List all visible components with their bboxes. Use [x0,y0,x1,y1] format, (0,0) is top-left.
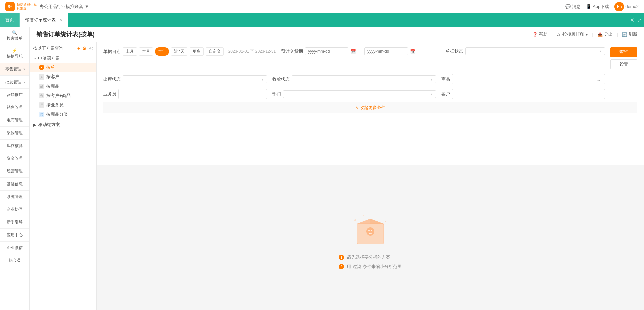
payment-status-select[interactable]: ▾ [292,75,436,83]
sidebar-item-ecommerce[interactable]: 电商管理 [0,114,29,127]
collapse-filter-button[interactable]: ∧ 收起更多条件 [103,102,637,113]
customer-select[interactable]: ... [452,89,605,99]
date-btn-last7[interactable]: 近7天 [171,47,187,56]
sidebar-item-newuser[interactable]: 新手引导 [0,216,29,229]
help-label: 帮助 [539,31,548,37]
scheme-item-by-order[interactable]: ● 按单 [30,63,96,72]
sidebar: 🔍 搜索菜单 ⚡ 快捷导航 零售管理 ▾ 批发管理 ▴ 营销推广 销售管理 电商… [0,27,30,310]
delivery-date-end[interactable] [364,47,408,55]
add-scheme-button[interactable]: + [77,46,80,51]
order-status-group: 单据状态 ▾ [446,47,605,55]
goods-group: 商品 ... [441,74,605,84]
breadcrumb-dropdown-icon[interactable]: ▼ [85,4,89,9]
refresh-button[interactable]: 🔄 刷新 [622,31,637,37]
print-icon: 🖨 [557,32,561,37]
mobile-group-label: 移动端方案 [38,122,60,128]
breadcrumb-text: 办公用品行业模拟账套 [40,4,83,10]
settings-scheme-button[interactable]: ⚙ [82,46,87,51]
top-bar-left: 好 畅捷通好生意 标准版 办公用品行业模拟账套 ▼ [5,2,89,11]
empty-tip-1: 1 请先选择要分析的方案 [339,254,401,260]
salesperson-more-btn[interactable]: ... [257,91,263,97]
sidebar-item-search[interactable]: 🔍 搜索菜单 [0,27,29,45]
user-profile[interactable]: Ea demo2 [614,2,639,11]
sidebar-item-inventory[interactable]: 库存核算 [0,140,29,152]
mobile-scheme-title[interactable]: ▶ 移动端方案 [30,120,96,129]
panel-title: 按以下方案查询 [33,45,63,51]
sidebar-item-cooperation[interactable]: 企业协同 [0,203,29,216]
date-btn-this-year[interactable]: 本年 [155,47,169,56]
app-download-button[interactable]: 📱 App下载 [586,4,609,10]
top-bar-right: 💬 消息 📱 App下载 Ea demo2 [565,2,639,11]
template-print-button[interactable]: 🖨 按模板打印 ▾ [557,31,588,37]
tab-home[interactable]: 首页 [0,13,20,27]
scheme-icon-customer: 人 [39,74,44,80]
sidebar-item-retail[interactable]: 零售管理 ▾ [0,63,29,76]
department-select[interactable]: ▾ [283,90,436,98]
salesperson-select[interactable]: ... [118,89,267,99]
scheme-icon-order: ● [39,65,44,70]
export-button[interactable]: 📤 导出 [597,31,613,37]
member-label: 畅会员 [9,258,21,263]
sidebar-item-quicknav[interactable]: ⚡ 快捷导航 [0,45,29,63]
sidebar-item-appcenter[interactable]: 应用中心 [0,229,29,242]
query-button[interactable]: 查询 [610,47,637,57]
inventory-label: 库存核算 [7,143,23,149]
help-button[interactable]: ❓ 帮助 [532,31,548,37]
delivery-status-arrow: ▾ [262,78,263,81]
tip1-num: 1 [339,255,344,260]
breadcrumb-area[interactable]: 办公用品行业模拟账套 ▼ [40,4,89,10]
delivery-date-start[interactable] [305,47,348,55]
scheme-item-by-customer[interactable]: 人 按客户 [30,72,96,82]
page-title: 销售订单统计表(按单) [36,30,95,38]
sidebar-item-member[interactable]: 畅会员 [0,254,29,267]
tab-sales-order-stats[interactable]: 销售订单统计表 ✕ [20,13,68,27]
order-status-select[interactable]: ▾ [465,47,605,55]
sidebar-item-wechat[interactable]: 企业微信 [0,242,29,254]
tab-close-icon[interactable]: ✕ [59,18,62,22]
content-body: 按以下方案查询 + ⚙ ≪ ▾ 电脑端方案 ● 按单 [30,42,644,310]
svg-marker-1 [357,219,370,224]
tip1-text: 请先选择要分析的方案 [347,254,390,260]
sidebar-item-system[interactable]: 系统管理 [0,191,29,203]
scheme-label-customer: 按客户 [46,74,59,80]
customer-more-btn[interactable]: ... [595,91,601,97]
calendar-icon-end[interactable]: 📅 [410,49,415,54]
sidebar-item-sales[interactable]: 销售管理 [0,101,29,114]
export-icon: 📤 [597,32,603,37]
date-btn-more[interactable]: 更多 [190,47,204,56]
sidebar-item-operations[interactable]: 经营管理 [0,165,29,178]
sidebar-item-basicinfo[interactable]: 基础信息 [0,178,29,191]
date-btn-last-month[interactable]: 上月 [123,47,137,56]
calendar-icon-start[interactable]: 📅 [351,49,356,54]
scheme-item-by-category[interactable]: 类 按商品分类 [30,110,96,119]
date-btn-this-month[interactable]: 本月 [139,47,153,56]
scheme-item-by-customer-goods[interactable]: 合 按客户+商品 [30,91,96,100]
scheme-item-by-goods[interactable]: 品 按商品 [30,82,96,91]
wholesale-label: 批发管理 [4,79,23,85]
svg-marker-2 [370,219,384,224]
scheme-label-cg: 按客户+商品 [46,93,71,99]
phone-icon: 📱 [586,4,591,9]
tab-close-all-button[interactable]: ✕ [630,17,634,23]
payment-status-arrow: ▾ [431,78,432,81]
filter-row-1: 单据日期 上月 本月 本年 近7天 更多 自定义 2023-01-01 至 20… [103,47,637,69]
date-separator: — [358,49,362,54]
settings-button[interactable]: 设置 [610,59,637,69]
template-print-label: 按模板打印 [562,31,584,37]
sidebar-item-finance[interactable]: 资金管理 [0,152,29,165]
tab-fullscreen-button[interactable]: ⤢ [637,17,641,23]
sidebar-item-marketing[interactable]: 营销推广 [0,89,29,101]
sidebar-item-purchase[interactable]: 采购管理 [0,127,29,140]
sidebar-item-wholesale[interactable]: 批发管理 ▴ [0,76,29,89]
customer-group: 客户 ... [441,89,605,99]
goods-select[interactable]: ... [452,74,605,84]
delivery-status-select[interactable]: ▾ [123,75,267,83]
message-button[interactable]: 💬 消息 [565,4,581,10]
date-btn-custom[interactable]: 自定义 [206,47,224,56]
page-header: 销售订单统计表(按单) ❓ 帮助 | 🖨 按模板打印 ▾ | 📤 导出 | [30,27,644,42]
collapse-panel-button[interactable]: ≪ [89,46,93,51]
goods-more-btn[interactable]: ... [595,76,601,82]
pc-scheme-title[interactable]: ▾ 电脑端方案 [30,54,96,63]
scheme-item-by-salesperson[interactable]: 员 按业务员 [30,100,96,110]
refresh-icon: 🔄 [622,32,627,37]
